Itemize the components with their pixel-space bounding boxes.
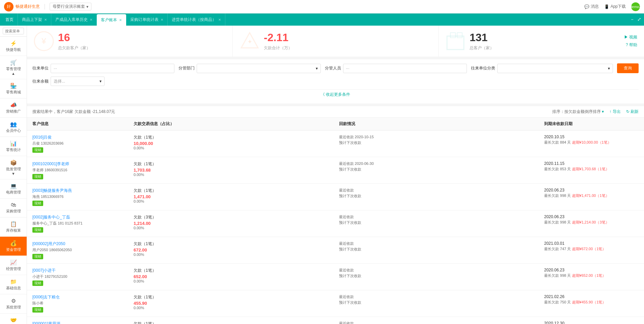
sidebar-item-quick-nav[interactable]: ⚡ 快捷导航 <box>0 37 27 56</box>
overdue-link[interactable]: 超期¥672.00（1笔） <box>572 247 606 251</box>
sidebar-item-purchase[interactable]: 🛍 采购管理 <box>0 199 27 217</box>
tab-production[interactable]: 产成品入库单历史 ✕ <box>51 13 97 26</box>
refresh-icon: ↻ <box>626 109 629 114</box>
refresh-button[interactable]: ↻ 刷新 <box>626 109 639 115</box>
maximize-icon[interactable]: ⤢ <box>637 17 641 23</box>
overdue-link[interactable]: 超期¥1,214.00（3笔） <box>572 220 609 224</box>
customer-info-col: [0001020001]李老师 李老师 18600391516 现销 <box>32 161 134 179</box>
last-payment: 最近收款 2020-10-15 <box>339 135 544 140</box>
user-menu[interactable]: demo2 <box>631 2 640 11</box>
company-select[interactable]: 母婴行业演示账套 ▾ <box>50 3 91 10</box>
sidebar-item-operations[interactable]: 📈 经营管理 <box>0 256 27 275</box>
overdue-link[interactable]: 超期¥1,471.00（1笔） <box>572 194 609 198</box>
stat-card-debt-amount: ✦ -2.11 欠款合计（万） <box>233 26 439 57</box>
customer-name[interactable]: [0002]服务中心_丁磊 <box>32 214 134 220</box>
results-summary: 搜索结果中，客户16家 欠款金额 -21,148.07元 <box>32 109 115 115</box>
inventory-icon: 📋 <box>10 221 17 227</box>
tab-inbound[interactable]: 进货单统计表（按商品） ✕ <box>168 13 225 26</box>
debt-amount[interactable]: 455.90 <box>134 301 339 306</box>
query-button[interactable]: 查询 <box>617 63 639 73</box>
sidebar-item-membership[interactable]: 👥 会员中心 <box>0 118 27 137</box>
sidebar-item-retail-mall[interactable]: 🏪 零售商城 <box>0 79 27 98</box>
stat-card-debt-customers: ¥ 16 总欠款客户（家） <box>27 26 233 57</box>
overdue-link[interactable]: 超期¥10,000.00（1笔） <box>572 140 611 144</box>
col-header-debt: 欠款交易信息（占比） <box>134 121 339 127</box>
debt-amount[interactable]: 10,000.00 <box>134 141 339 146</box>
source-unit-input[interactable]: ··· <box>51 64 174 73</box>
stats-row: ¥ 16 总欠款客户（家） ✦ -2.11 欠款合计（万） <box>27 26 644 57</box>
debt-info-col: 欠款（3笔） 1,214.00 0.00% <box>134 214 339 230</box>
due-col: 2020.06.23 最长欠款 998 天 超期¥1,214.00（3笔） <box>544 214 639 225</box>
customer-name[interactable]: [000001]黄思源 <box>32 321 134 324</box>
view-video-btn[interactable]: ▶ 视频 <box>624 34 637 40</box>
sidebar-item-basic-info[interactable]: 📁 基础信息 <box>0 275 27 294</box>
close-icon[interactable]: ✕ <box>161 18 163 22</box>
stat-info-debt: 16 总欠款客户（家） <box>58 31 90 51</box>
debt-amount[interactable]: 652.00 <box>134 274 339 279</box>
sidebar-item-retail-mgmt[interactable]: 🛒 零售管理 ▲ <box>0 56 27 79</box>
close-icon[interactable]: ✕ <box>44 18 47 22</box>
messages-button[interactable]: 💬 消息 <box>584 4 599 9</box>
sort-icon: ▾ <box>602 109 604 114</box>
debt-count: 欠款（1笔） <box>134 161 339 167</box>
table-row: [0016]吕俊 吕俊 13026203696 现销 欠款（1笔） 10,000… <box>27 130 644 157</box>
overdue-link[interactable]: 超期¥455.90（1笔） <box>572 300 606 304</box>
customer-name[interactable]: [0001020001]李老师 <box>32 161 134 167</box>
sidebar-item-retail-stats[interactable]: 📊 零售统计 <box>0 137 27 156</box>
debt-count: 欠款（1笔） <box>134 321 339 324</box>
help-btn[interactable]: ? 帮助 <box>626 42 637 48</box>
sidebar-item-inventory[interactable]: 📋 库存核算 <box>0 217 27 237</box>
collapse-bar[interactable]: 《 收起更多条件 <box>32 89 639 99</box>
overdue-link[interactable]: 超期¥652.00（1笔） <box>572 273 606 277</box>
sidebar-item-enterprise-collab[interactable]: 🤝 企业协同 <box>0 314 27 324</box>
debt-amount[interactable]: 1,703.68 <box>134 168 339 173</box>
sidebar-item-ecommerce[interactable]: 💻 电商管理 <box>0 179 27 199</box>
sidebar-item-system[interactable]: ⚙ 系统管理 <box>0 294 27 314</box>
tab-purchase[interactable]: 采购订单统计表 ✕ <box>126 13 168 26</box>
next-payment: 预计下次收款 <box>339 247 544 252</box>
customer-name[interactable]: [0006]去下粮仓 <box>32 294 134 300</box>
close-icon[interactable]: ✕ <box>218 18 221 22</box>
customer-name[interactable]: [0003]畅捷服务尹海燕 <box>32 188 134 194</box>
close-icon[interactable]: ✕ <box>119 18 122 22</box>
sidebar-item-finance[interactable]: 💰 资金管理 <box>0 237 27 256</box>
debt-count: 欠款（1笔） <box>134 135 339 140</box>
customer-name[interactable]: [000002]用户2050 <box>32 241 134 247</box>
sidebar-item-wholesale[interactable]: 📦 批发管理 ▼ <box>0 156 27 179</box>
customer-contact: 海燕 18513066976 <box>32 194 134 199</box>
last-payment: 最近收款 <box>339 214 544 219</box>
filter-label-balance: 往来余额 <box>32 79 49 84</box>
overdue-link[interactable]: 超期¥1,703.68（1笔） <box>572 167 609 171</box>
close-icon[interactable]: ✕ <box>90 18 92 22</box>
customer-tag: 现销 <box>32 147 43 153</box>
person-input[interactable]: ··· <box>343 64 467 73</box>
debt-amount[interactable]: 672.00 <box>134 247 339 253</box>
search-menu-input[interactable] <box>3 28 24 34</box>
export-label: 导出 <box>613 109 621 114</box>
sidebar-item-marketing[interactable]: 📣 营销推广 <box>0 98 27 118</box>
overdue-info: 最长欠款 998 天 超期¥1,214.00（3笔） <box>544 220 639 225</box>
customer-contact: 陈小希 <box>32 301 134 306</box>
export-button[interactable]: ↑ 导出 <box>609 109 620 115</box>
tab-home[interactable]: 首页 <box>1 13 18 26</box>
tab-goods[interactable]: 商品上下架 ✕ <box>18 13 51 26</box>
results-actions: 排序：按欠款金额倒序排序 ▾ ↑ 导出 ↻ 刷新 <box>552 109 639 115</box>
dept-select[interactable]: ▾ <box>197 64 320 73</box>
overdue-info: 最长欠款 853 天 超期¥1,703.68（1笔） <box>544 167 639 172</box>
debt-amount[interactable]: 1,214.00 <box>134 221 339 226</box>
debt-amount[interactable]: 1,471.00 <box>134 194 339 199</box>
filter-dots: ··· <box>346 66 349 71</box>
membership-icon: 👥 <box>10 121 17 127</box>
customer-name[interactable]: [0007]小进干 <box>32 268 134 273</box>
last-payment: 最近收款 <box>339 294 544 299</box>
app-download-button[interactable]: 📱 App下载 <box>604 4 626 9</box>
balance-select[interactable]: 选择... ▾ <box>51 77 105 86</box>
debt-info-col: 欠款（1笔） 429.00 0.00% <box>134 321 339 324</box>
customer-name[interactable]: [0016]吕俊 <box>32 135 134 140</box>
minimize-icon[interactable]: － <box>630 17 635 23</box>
category-select[interactable]: ▾ <box>497 64 613 73</box>
filter-row-2: 往来余额 选择... ▾ <box>32 77 639 86</box>
table-container: 客户信息 欠款交易信息（占比） 回款情况 到期未收款日期 [0016]吕俊 吕俊… <box>27 118 644 324</box>
tab-customer-account[interactable]: 客户账本 ✕ <box>97 14 126 26</box>
nav-right-icons: － ⤢ <box>630 17 643 23</box>
